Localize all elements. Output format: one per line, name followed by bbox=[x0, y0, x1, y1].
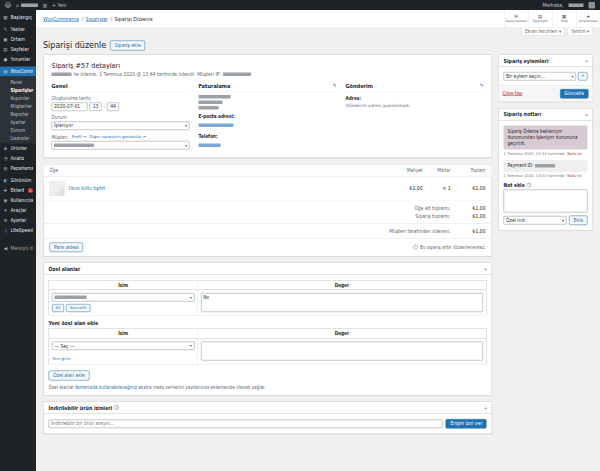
update-order-button[interactable]: Güncelle bbox=[560, 89, 589, 99]
activity-tab-reviews[interactable]: ★İncelemeler bbox=[576, 10, 600, 28]
order-status-select[interactable]: İşleniyor ▾ bbox=[52, 121, 190, 130]
order-total-value: ₺1,00 bbox=[451, 213, 486, 218]
apply-action-button[interactable]: > bbox=[578, 72, 588, 81]
add-order-button[interactable]: Sipariş ekle bbox=[110, 41, 145, 51]
wc-submenu-coupons[interactable]: Kuponlar bbox=[0, 94, 36, 102]
paid-value: ₺1,00 bbox=[451, 228, 486, 233]
order-item-row: Uzun kollu tişört ₺1,00 × 1 ₺1,00 bbox=[44, 177, 492, 201]
howdy-label: Merhaba, bbox=[542, 3, 563, 8]
activity-tab-stock[interactable]: ▦Stok bbox=[552, 10, 576, 28]
refund-button[interactable]: Para iadesi bbox=[50, 242, 84, 252]
custom-fields-table: İsim Değer ▾ Sil bbox=[49, 280, 487, 316]
note-type-select[interactable]: Özel not ▾ bbox=[504, 216, 567, 225]
status-label: Durum: bbox=[52, 115, 190, 120]
sidebar-item-media[interactable]: ▣Ortam bbox=[0, 35, 36, 45]
sidebar-item-products[interactable]: ◈Ürünler bbox=[0, 144, 36, 154]
help-button[interactable]: Yardım▾ bbox=[567, 28, 593, 36]
edit-billing-icon[interactable]: ✎ bbox=[333, 83, 337, 88]
grant-access-button[interactable]: Erişim izni ver bbox=[446, 419, 487, 429]
avatar[interactable] bbox=[589, 2, 596, 9]
new-content-button[interactable]: + Yeni bbox=[52, 3, 66, 8]
screen-meta-row: Ekran tercihleri▾ Yardım▾ bbox=[36, 28, 600, 36]
cf-delete-button[interactable]: Sil bbox=[52, 304, 64, 312]
order-action-select[interactable]: Bir eylem seçin... ▾ bbox=[504, 72, 577, 81]
main-column: Sipariş #57 detayları ile ödeme. 1 Temmu… bbox=[43, 54, 492, 440]
wordpress-menu-button[interactable]: W bbox=[5, 2, 11, 8]
sidebar-item-dashboard[interactable]: ▦Başlangıç bbox=[0, 13, 36, 23]
wc-submenu-orders[interactable]: Siparişler bbox=[0, 86, 36, 94]
collapse-panel-icon[interactable]: ▴ bbox=[484, 405, 486, 410]
move-to-trash-link[interactable]: Çöpe taşı bbox=[503, 91, 523, 96]
customer-select[interactable]: ▾ bbox=[52, 141, 190, 150]
sidebar-item-litespeed-cache[interactable]: ◊LiteSpeed Cache bbox=[0, 226, 36, 236]
sidebar-item-appearance[interactable]: ◐Görünüm bbox=[0, 176, 36, 186]
wc-submenu-licenses[interactable]: Lisanslar bbox=[0, 134, 36, 142]
sidebar-item-comments[interactable]: ●Yorumlar bbox=[0, 55, 36, 65]
comments-button[interactable]: ▥ bbox=[43, 3, 47, 8]
cf-value-header: Değer bbox=[198, 329, 487, 339]
item-cost: ₺1,00 bbox=[388, 186, 423, 191]
collapse-panel-icon[interactable]: ▴ bbox=[585, 112, 587, 117]
edit-shipping-icon[interactable]: ✎ bbox=[480, 83, 484, 88]
screen-options-button[interactable]: Ekran tercihleri▾ bbox=[521, 28, 565, 36]
new-cf-name-select[interactable]: — Seç — ▾ bbox=[52, 342, 194, 351]
billing-phone-redacted[interactable] bbox=[199, 143, 221, 147]
order-hour-input[interactable] bbox=[90, 102, 102, 111]
collapse-menu-button[interactable]: ◀Menüyü daralt bbox=[0, 244, 36, 254]
add-note-button[interactable]: Ekle bbox=[569, 215, 587, 225]
activity-tab-inbox[interactable]: ✉Gelen kutusu bbox=[504, 10, 528, 28]
breadcrumb-woocommerce[interactable]: WooCommerce bbox=[43, 16, 79, 22]
chevron-down-icon: ▾ bbox=[185, 143, 187, 148]
custom-fields-help-link[interactable]: temanızda kullanabileceğiniz bbox=[75, 385, 137, 390]
sidebar-item-marketing[interactable]: ◍Pazarlama bbox=[0, 164, 36, 174]
collapse-panel-icon[interactable]: ▴ bbox=[484, 267, 486, 272]
breadcrumb-orders[interactable]: Siparişler bbox=[79, 16, 108, 22]
sidebar-item-plugins[interactable]: ✚Eklentiler1 bbox=[0, 186, 36, 196]
add-custom-field-button[interactable]: Özel alan ekle bbox=[49, 371, 90, 381]
activity-tab-orders[interactable]: ▤Siparişler bbox=[528, 10, 552, 28]
sidebar-item-settings[interactable]: ⚙Ayarlar bbox=[0, 216, 36, 226]
cf-name-header: İsim bbox=[49, 329, 198, 339]
subtotal-value: ₺1,00 bbox=[451, 205, 486, 210]
downloads-panel: İndirilebilir ürün izinleri? ▴ Erişim iz… bbox=[43, 401, 492, 434]
order-date-input[interactable] bbox=[52, 102, 88, 111]
customer-other-orders-link[interactable]: Diğer siparişleri görüntüle → bbox=[89, 135, 146, 140]
add-note-textarea[interactable] bbox=[504, 189, 588, 212]
chevron-down-icon: ▾ bbox=[562, 218, 564, 223]
tools-icon: ✦ bbox=[3, 208, 8, 213]
customer-profile-link[interactable]: Profil → bbox=[72, 135, 87, 140]
order-data-panel: Sipariş #57 detayları ile ödeme. 1 Temmu… bbox=[43, 54, 492, 158]
order-actions-panel: Sipariş eylemleri ▴ Bir eylem seçin... ▾… bbox=[498, 54, 593, 102]
product-name-link[interactable]: Uzun kollu tişört bbox=[69, 186, 388, 191]
sidebar-item-woocommerce[interactable]: ◎WooCommerce bbox=[0, 67, 36, 77]
info-icon: ? bbox=[527, 182, 532, 187]
site-name-link[interactable]: ⌂ bbox=[16, 3, 38, 8]
wordpress-logo-icon: W bbox=[5, 2, 11, 8]
sidebar-item-tools[interactable]: ✦Araçlar bbox=[0, 206, 36, 216]
wc-submenu-reports[interactable]: Raporlar bbox=[0, 110, 36, 118]
new-cf-value-textarea[interactable] bbox=[201, 342, 483, 361]
sidebar-item-posts[interactable]: ✎Yazılar bbox=[0, 25, 36, 35]
collapse-panel-icon[interactable]: ▴ bbox=[585, 58, 587, 63]
sidebar-item-analytics[interactable]: ◔Analiz bbox=[0, 154, 36, 164]
delete-note-link[interactable]: Notu sil bbox=[567, 151, 581, 156]
enter-new-link[interactable]: Yeni girin bbox=[52, 356, 70, 361]
download-search-input[interactable] bbox=[49, 419, 443, 428]
home-icon: ⌂ bbox=[16, 3, 19, 8]
billing-email-redacted[interactable] bbox=[199, 123, 234, 127]
wc-admin-header: WooCommerce Siparişler Siparişi Düzenle … bbox=[36, 10, 600, 28]
wc-submenu-customers[interactable]: Müşteriler bbox=[0, 102, 36, 110]
cf-value-textarea[interactable]: No bbox=[201, 293, 483, 312]
cf-name-select[interactable]: ▾ bbox=[52, 293, 194, 302]
col-total-label: Toplam bbox=[451, 168, 486, 173]
wc-submenu-settings[interactable]: Ayarlar bbox=[0, 118, 36, 126]
settings-icon: ⚙ bbox=[3, 218, 8, 223]
sidebar-item-users[interactable]: ◉Kullanıcılar bbox=[0, 196, 36, 206]
order-minute-input[interactable] bbox=[107, 102, 119, 111]
delete-note-link[interactable]: Notu sil bbox=[567, 173, 581, 178]
wc-submenu-panel[interactable]: Panel bbox=[0, 78, 36, 86]
cf-update-button[interactable]: Güncelle bbox=[66, 304, 91, 312]
order-heading: Sipariş #57 detayları bbox=[52, 62, 484, 70]
wc-submenu-status[interactable]: Durum bbox=[0, 126, 36, 134]
sidebar-item-pages[interactable]: ▤Sayfalar bbox=[0, 45, 36, 55]
